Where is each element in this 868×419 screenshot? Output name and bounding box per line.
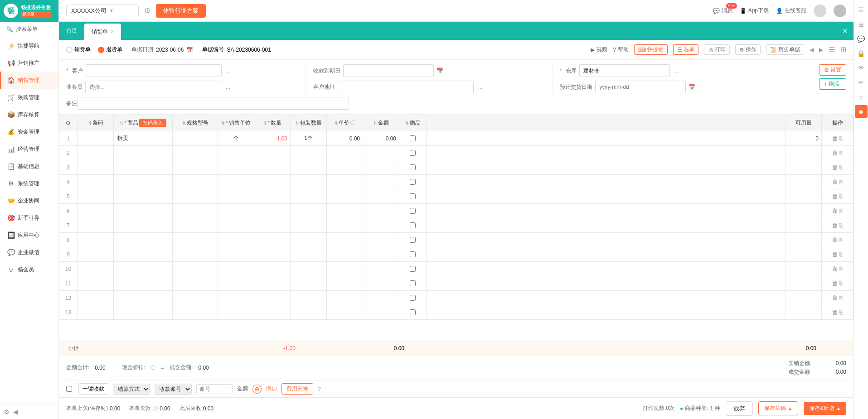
cell-price-3[interactable] bbox=[327, 175, 363, 189]
cell-product-3[interactable] bbox=[114, 175, 173, 189]
sidebar-collapse-btn[interactable]: ◀ bbox=[13, 408, 18, 415]
cell-price-11[interactable] bbox=[327, 291, 363, 305]
cell-gift-12[interactable] bbox=[399, 305, 427, 320]
sidebar-item-basic[interactable]: 📋 基础信息 bbox=[0, 158, 58, 175]
cell-barcode-11[interactable] bbox=[78, 291, 114, 305]
sidebar-item-finance[interactable]: 💰 资金管理 bbox=[0, 123, 58, 140]
payment-calendar-icon[interactable]: 📅 bbox=[436, 67, 443, 74]
delivery-calendar-icon[interactable]: 📅 bbox=[689, 84, 695, 90]
copy-icon[interactable]: ⎘ bbox=[839, 222, 843, 229]
payment-due-input[interactable] bbox=[343, 64, 434, 77]
cell-price-9[interactable] bbox=[327, 262, 363, 276]
sidebar-item-member[interactable]: ▽ 畅会员 bbox=[0, 261, 58, 278]
cell-gift-5[interactable] bbox=[399, 204, 427, 218]
cell-barcode-1[interactable] bbox=[78, 146, 114, 160]
cell-spec-1[interactable] bbox=[173, 146, 218, 160]
cell-product-7[interactable] bbox=[114, 233, 173, 247]
help-item[interactable]: ? 帮助 bbox=[613, 46, 629, 53]
cell-price-7[interactable] bbox=[327, 233, 363, 247]
select-order-btn[interactable]: ☰ 选单 bbox=[673, 44, 698, 55]
right-icon-edit[interactable]: ✏ bbox=[855, 76, 868, 89]
product-sort-icon[interactable]: ⇅ bbox=[120, 120, 123, 125]
cell-qty-7[interactable] bbox=[254, 233, 291, 247]
delete-icon[interactable]: 🗑 bbox=[832, 222, 838, 229]
barcode-sort-icon[interactable]: ⇅ bbox=[88, 120, 92, 125]
online-service-item[interactable]: 👤 在线客服 bbox=[776, 7, 806, 14]
copy-icon[interactable]: ⎘ bbox=[839, 178, 843, 185]
discount-info-icon[interactable]: ⓘ bbox=[150, 364, 155, 371]
radio-sales-order[interactable]: 销货单 bbox=[66, 46, 91, 53]
cell-spec-11[interactable] bbox=[173, 291, 218, 305]
discard-button[interactable]: 放弃 bbox=[726, 401, 753, 416]
cell-product-6[interactable] bbox=[114, 218, 173, 233]
right-icon-star[interactable]: ☆ bbox=[855, 91, 868, 103]
right-icon-chat[interactable]: 💬 bbox=[855, 33, 868, 45]
right-icon-lock[interactable]: 🔒 bbox=[855, 47, 868, 60]
salesperson-more-btn[interactable]: ... bbox=[224, 84, 232, 90]
cell-gift-4[interactable] bbox=[399, 189, 427, 204]
delete-icon[interactable]: 🗑 bbox=[832, 149, 838, 156]
cell-product-5[interactable] bbox=[114, 204, 173, 218]
amount-sort-icon[interactable]: ⇅ bbox=[373, 120, 377, 125]
cell-gift-6[interactable] bbox=[399, 218, 427, 233]
sidebar-item-sales[interactable]: 🏠 销售管理 bbox=[0, 72, 58, 89]
copy-icon[interactable]: ⎘ bbox=[839, 294, 843, 301]
gift-sort-icon[interactable]: ⇅ bbox=[405, 120, 409, 125]
qty-sort-icon[interactable]: ⇅ bbox=[263, 120, 267, 125]
settings-tag-btn[interactable]: ⚙ 设置 bbox=[819, 64, 846, 76]
video-help-item[interactable]: ▶ 视频 bbox=[591, 46, 607, 53]
payment-method-select[interactable]: 结算方式 bbox=[113, 384, 150, 395]
delete-icon[interactable]: 🗑 bbox=[832, 135, 838, 142]
delete-icon[interactable]: 🗑 bbox=[832, 178, 838, 185]
table-settings-icon[interactable]: ⚙ bbox=[66, 120, 71, 126]
cell-qty-4[interactable] bbox=[254, 189, 291, 204]
cell-spec-6[interactable] bbox=[173, 218, 218, 233]
delete-icon[interactable]: 🗑 bbox=[832, 294, 838, 301]
delete-icon[interactable]: 🗑 bbox=[832, 309, 838, 316]
cell-barcode-12[interactable] bbox=[78, 305, 114, 320]
cell-qty-12[interactable] bbox=[254, 305, 291, 320]
cell-product-4[interactable] bbox=[114, 189, 173, 204]
cell-qty-9[interactable] bbox=[254, 262, 291, 276]
scan-btn[interactable]: 扫码录入 bbox=[139, 119, 166, 127]
sidebar-item-purchase[interactable]: 🛒 采购管理 bbox=[0, 89, 58, 106]
delete-icon[interactable]: 🗑 bbox=[832, 207, 838, 214]
cell-price-5[interactable] bbox=[327, 204, 363, 218]
nav-next-icon[interactable]: ▶ bbox=[819, 47, 823, 53]
cell-spec-12[interactable] bbox=[173, 305, 218, 320]
cell-price-12[interactable] bbox=[327, 305, 363, 320]
cell-spec-3[interactable] bbox=[173, 175, 218, 189]
sidebar-item-guide[interactable]: 🎯 新手引导 bbox=[0, 209, 58, 226]
cell-price-2[interactable] bbox=[327, 160, 363, 175]
cell-barcode-9[interactable] bbox=[78, 262, 114, 276]
salesperson-input[interactable] bbox=[85, 81, 221, 93]
cell-barcode-0[interactable] bbox=[78, 131, 114, 146]
notes-input[interactable] bbox=[77, 97, 349, 110]
copy-icon[interactable]: ⎘ bbox=[839, 135, 843, 142]
warehouse-input[interactable] bbox=[579, 64, 670, 77]
cell-gift-10[interactable] bbox=[399, 276, 427, 291]
cell-spec-0[interactable] bbox=[173, 131, 218, 146]
cell-product-0[interactable]: 拆贡 bbox=[114, 131, 173, 146]
calendar-icon[interactable]: 📅 bbox=[186, 47, 193, 53]
cell-qty-10[interactable] bbox=[254, 276, 291, 291]
cell-product-1[interactable] bbox=[114, 146, 173, 160]
cell-gift-3[interactable] bbox=[399, 175, 427, 189]
right-icon-table-view[interactable]: ☰ bbox=[855, 4, 868, 16]
operation-btn[interactable]: ⚙ 操作 bbox=[735, 44, 761, 55]
cell-price-6[interactable] bbox=[327, 218, 363, 233]
sidebar-item-apps[interactable]: 🔲 应用中心 bbox=[0, 226, 58, 244]
spec-sort-icon[interactable]: ⇅ bbox=[182, 120, 186, 125]
tab-close-icon[interactable]: × bbox=[111, 29, 114, 35]
th-settings[interactable]: ⚙ bbox=[59, 115, 78, 131]
delivery-date-input[interactable] bbox=[595, 81, 686, 93]
add-payment-btn[interactable]: ⊕ bbox=[252, 385, 262, 394]
cell-barcode-5[interactable] bbox=[78, 204, 114, 218]
one-click-btn[interactable]: 一键收款 bbox=[78, 383, 108, 395]
avatar[interactable] bbox=[814, 5, 826, 17]
save-draft-button[interactable]: 保存草稿 ▲ bbox=[758, 401, 798, 415]
cell-product-8[interactable] bbox=[114, 247, 173, 262]
sidebar-item-quick-nav[interactable]: ⚡ 快捷导航 bbox=[0, 37, 58, 54]
account-select[interactable]: 收款账号 bbox=[155, 384, 192, 395]
cell-product-12[interactable] bbox=[114, 305, 173, 320]
